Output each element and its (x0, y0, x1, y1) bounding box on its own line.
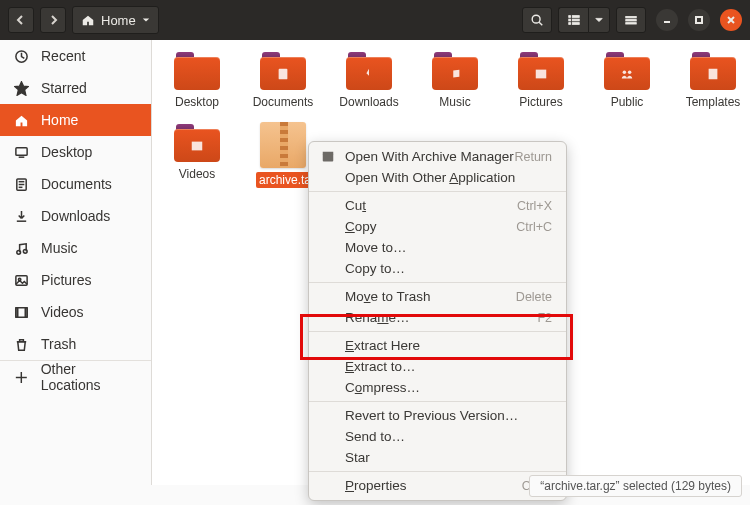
folder-label: Public (608, 94, 647, 110)
file-label: archive.tar.gz (256, 172, 310, 188)
view-mode-split (558, 7, 610, 33)
svg-rect-5 (572, 19, 579, 21)
svg-rect-4 (568, 19, 570, 21)
breadcrumb-label: Home (101, 13, 136, 28)
ctx-copy-to[interactable]: Copy to… (309, 258, 566, 279)
file-archive[interactable]: archive.tar.gz (256, 122, 310, 188)
ctx-rename[interactable]: Rename…F2 (309, 307, 566, 328)
folder-music[interactable]: Music (428, 50, 482, 110)
ctx-extract-here[interactable]: Extract Here (309, 335, 566, 356)
ctx-separator (309, 282, 566, 283)
svg-point-34 (623, 71, 627, 75)
ctx-open-archive-manager[interactable]: Open With Archive ManagerReturn (309, 146, 566, 167)
close-button[interactable] (720, 9, 742, 31)
svg-rect-36 (709, 69, 718, 80)
folder-desktop[interactable]: Desktop (170, 50, 224, 110)
folder-label: Videos (176, 166, 218, 182)
svg-point-35 (628, 71, 632, 75)
ctx-separator (309, 331, 566, 332)
ctx-properties[interactable]: PropertiesCtrl+I (309, 475, 566, 496)
sidebar-item-label: Other Locations (41, 361, 137, 393)
view-dropdown-button[interactable] (588, 7, 610, 33)
context-menu: Open With Archive ManagerReturn Open Wit… (308, 141, 567, 501)
sidebar-item-pictures[interactable]: Pictures (0, 264, 151, 296)
folder-label: Downloads (336, 94, 401, 110)
folder-downloads[interactable]: Downloads (342, 50, 396, 110)
maximize-button[interactable] (688, 9, 710, 31)
sidebar: Recent Starred Home Desktop Documents Do… (0, 40, 152, 485)
svg-rect-29 (25, 307, 27, 316)
ctx-separator (309, 401, 566, 402)
titlebar: Home (0, 0, 750, 40)
sidebar-item-other-locations[interactable]: Other Locations (0, 361, 151, 393)
sidebar-item-label: Starred (41, 80, 87, 96)
ctx-send-to[interactable]: Send to… (309, 426, 566, 447)
sidebar-item-label: Downloads (41, 208, 110, 224)
svg-line-1 (539, 22, 542, 25)
svg-rect-12 (696, 17, 702, 23)
breadcrumb[interactable]: Home (72, 6, 159, 34)
ctx-extract-to[interactable]: Extract to… (309, 356, 566, 377)
sidebar-item-recent[interactable]: Recent (0, 40, 151, 72)
sidebar-item-trash[interactable]: Trash (0, 328, 151, 360)
ctx-separator (309, 471, 566, 472)
status-bar: “archive.tar.gz” selected (129 bytes) (529, 475, 742, 497)
sidebar-item-music[interactable]: Music (0, 232, 151, 264)
svg-rect-10 (626, 23, 637, 24)
sidebar-item-starred[interactable]: Starred (0, 72, 151, 104)
minimize-button[interactable] (656, 9, 678, 31)
sidebar-item-desktop[interactable]: Desktop (0, 136, 151, 168)
sidebar-item-label: Pictures (41, 272, 92, 288)
back-button[interactable] (8, 7, 34, 33)
folder-public[interactable]: Public (600, 50, 654, 110)
svg-rect-9 (626, 20, 637, 21)
ctx-copy[interactable]: CopyCtrl+C (309, 216, 566, 237)
sidebar-item-label: Trash (41, 336, 76, 352)
folder-label: Documents (250, 94, 317, 110)
folder-videos[interactable]: Videos (170, 122, 224, 188)
folder-pictures[interactable]: Pictures (514, 50, 568, 110)
home-icon (81, 13, 95, 27)
list-view-button[interactable] (558, 7, 588, 33)
folder-label: Pictures (516, 94, 565, 110)
ctx-separator (309, 191, 566, 192)
ctx-compress[interactable]: Compress… (309, 377, 566, 398)
forward-button[interactable] (40, 7, 66, 33)
chevron-down-icon (142, 16, 150, 24)
svg-rect-28 (16, 307, 18, 316)
ctx-move-to[interactable]: Move to… (309, 237, 566, 258)
sidebar-item-documents[interactable]: Documents (0, 168, 151, 200)
sidebar-item-home[interactable]: Home (0, 104, 151, 136)
ctx-cut[interactable]: CutCtrl+X (309, 195, 566, 216)
svg-rect-8 (626, 17, 637, 18)
svg-point-24 (23, 249, 27, 253)
folder-label: Music (436, 94, 473, 110)
svg-rect-25 (16, 275, 27, 284)
svg-rect-33 (536, 70, 547, 79)
ctx-revert[interactable]: Revert to Previous Version… (309, 405, 566, 426)
folder-templates[interactable]: Templates (686, 50, 740, 110)
sidebar-item-label: Documents (41, 176, 112, 192)
svg-rect-38 (323, 153, 334, 161)
svg-rect-16 (16, 147, 27, 155)
folder-documents[interactable]: Documents (256, 50, 310, 110)
svg-rect-6 (568, 23, 570, 25)
sidebar-item-label: Desktop (41, 144, 92, 160)
ctx-open-other-app[interactable]: Open With Other Application (309, 167, 566, 188)
archive-icon (321, 150, 335, 164)
svg-rect-37 (192, 142, 203, 151)
sidebar-item-videos[interactable]: Videos (0, 296, 151, 328)
ctx-move-trash[interactable]: Move to TrashDelete (309, 286, 566, 307)
svg-rect-2 (568, 16, 570, 18)
svg-rect-39 (323, 151, 334, 154)
hamburger-button[interactable] (616, 7, 646, 33)
sidebar-item-label: Recent (41, 48, 85, 64)
sidebar-item-label: Music (41, 240, 78, 256)
svg-rect-32 (279, 69, 288, 80)
folder-label: Templates (683, 94, 744, 110)
svg-point-0 (532, 15, 540, 23)
ctx-star[interactable]: Star (309, 447, 566, 468)
search-button[interactable] (522, 7, 552, 33)
archive-icon (260, 122, 306, 168)
sidebar-item-downloads[interactable]: Downloads (0, 200, 151, 232)
